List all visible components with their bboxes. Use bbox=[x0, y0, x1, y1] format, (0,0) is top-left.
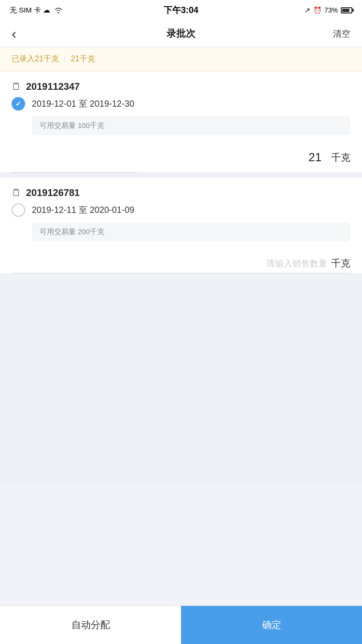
page-title: 录批次 bbox=[167, 27, 195, 40]
bottom-bar: 自动分配 确定 bbox=[0, 605, 362, 644]
confirm-button[interactable]: 确定 bbox=[181, 606, 362, 644]
batch2-icon: 🗒 bbox=[12, 187, 21, 198]
battery-icon bbox=[341, 7, 352, 14]
batch2-input-row: 请输入销售数量 千克 bbox=[0, 249, 362, 273]
section-separator bbox=[0, 173, 362, 178]
batch2-item: 🗒 2019126781 ✓ 2019-12-11 至 2020-01-09 可… bbox=[0, 178, 362, 249]
clear-button[interactable]: 清空 bbox=[333, 28, 350, 40]
batch2-input-placeholder: 请输入销售数量 bbox=[266, 258, 327, 269]
batch2-unit: 千克 bbox=[331, 257, 350, 270]
batch1-date: 2019-12-01 至 2019-12-30 bbox=[32, 98, 134, 110]
batch2-section: 🗒 2019126781 ✓ 2019-12-11 至 2020-01-09 可… bbox=[0, 178, 362, 273]
batch1-qty-row: 21 千克 bbox=[0, 143, 362, 172]
batch2-id: 2019126781 bbox=[26, 187, 80, 198]
banner-divider bbox=[65, 55, 65, 64]
batch2-underline bbox=[12, 273, 350, 273]
batch1-available: 可用交易量 100千克 bbox=[32, 116, 350, 135]
auto-distribute-button[interactable]: 自动分配 bbox=[0, 606, 181, 644]
wifi-icon bbox=[54, 7, 63, 14]
recorded-label: 已录入21千克 bbox=[12, 54, 59, 64]
batch1-id: 2019112347 bbox=[26, 81, 80, 92]
batch1-header: 🗒 2019112347 bbox=[12, 81, 350, 92]
batch2-header: 🗒 2019126781 bbox=[12, 187, 350, 198]
batch1-qty-value: 21 bbox=[308, 151, 321, 164]
batch1-qty-unit: 千克 bbox=[331, 151, 350, 164]
status-left: 无 SIM 卡 ☁ bbox=[10, 6, 63, 15]
nav-bar: ‹ 录批次 清空 bbox=[0, 20, 362, 47]
battery-percent: 73% bbox=[324, 6, 338, 14]
status-right: ↗ ⏰ 73% bbox=[305, 6, 352, 14]
batch1-section: 🗒 2019112347 ✓ 2019-12-01 至 2019-12-30 可… bbox=[0, 71, 362, 173]
batch2-date-row[interactable]: ✓ 2019-12-11 至 2020-01-09 bbox=[12, 203, 350, 217]
status-bar: 无 SIM 卡 ☁ 下午3:04 ↗ ⏰ 73% bbox=[0, 0, 362, 20]
info-banner: 已录入21千克 21千克 bbox=[0, 47, 362, 71]
batch2-radio[interactable]: ✓ bbox=[12, 203, 25, 217]
batch2-available: 可用交易量 200千克 bbox=[32, 223, 350, 241]
status-time: 下午3:04 bbox=[164, 4, 198, 16]
batch1-date-row[interactable]: ✓ 2019-12-01 至 2019-12-30 bbox=[12, 97, 350, 111]
check-icon: ✓ bbox=[15, 100, 21, 108]
back-button[interactable]: ‹ bbox=[8, 22, 20, 46]
content-fill-area bbox=[0, 281, 362, 484]
recorded-value: 21千克 bbox=[71, 54, 95, 64]
location-icon: ↗ bbox=[305, 6, 310, 14]
sim-label: 无 SIM 卡 ☁ bbox=[10, 6, 50, 15]
batch1-icon: 🗒 bbox=[12, 81, 21, 92]
batch1-radio[interactable]: ✓ bbox=[12, 97, 25, 111]
batch2-date: 2019-12-11 至 2020-01-09 bbox=[32, 204, 134, 216]
alarm-icon: ⏰ bbox=[313, 6, 321, 14]
batch1-item: 🗒 2019112347 ✓ 2019-12-01 至 2019-12-30 可… bbox=[0, 71, 362, 143]
